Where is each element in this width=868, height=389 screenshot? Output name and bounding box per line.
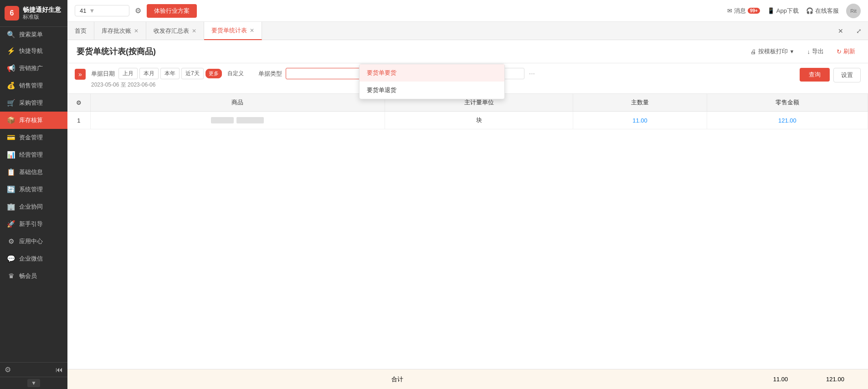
tab-close-icon[interactable]: ✕ <box>134 28 139 34</box>
message-icon: ✉ <box>727 7 732 14</box>
message-btn[interactable]: ✉ 消息 99+ <box>727 7 760 15</box>
date-last-month-btn[interactable]: 上月 <box>118 68 138 79</box>
tab-home[interactable]: 首页 <box>67 22 94 40</box>
filter-date-group: 单据日期 上月 本月 本年 近7天 更多 自定义 2023-05-06 至 20… <box>91 68 247 89</box>
window-control-btns: ✕ ⤢ <box>832 22 868 40</box>
search-icon: 🔍 <box>6 31 15 39</box>
date-custom-btn[interactable]: 自定义 <box>224 68 247 79</box>
type-dropdown: 要货单要货 要货单退货 <box>359 64 505 99</box>
filter-settings-btn[interactable]: 设置 <box>833 68 861 82</box>
app-download-btn[interactable]: 📱 App下载 <box>767 7 799 15</box>
tenant-selector[interactable]: 41 ▼ <box>75 5 129 16</box>
col-amount: 零售金额 <box>707 94 868 112</box>
topbar-actions: ✉ 消息 99+ 📱 App下载 🎧 在线客服 Rit <box>727 4 861 18</box>
dropdown-item-order-request[interactable]: 要货单要货 <box>360 64 504 82</box>
download-icon: 📱 <box>767 7 775 14</box>
content-area: 要货单统计表(按商品) 🖨 按模板打印 ▼ ↓ 导出 ↻ 刷新 <box>67 40 868 389</box>
sidebar-item-label: 新手引导 <box>19 220 43 228</box>
sidebar-toggle-btn[interactable]: ⏮ <box>56 366 63 374</box>
sidebar-item-label: 畅会员 <box>19 272 37 280</box>
app-logo-text: 畅捷通好生意 标准版 <box>23 5 61 21</box>
sidebar-item-app-center[interactable]: ⚙ 应用中心 <box>0 233 67 250</box>
sidebar-item-guide[interactable]: 🚀 新手引导 <box>0 215 67 233</box>
footer-quantity: 11.00 <box>773 376 788 383</box>
close-window-btn[interactable]: ✕ <box>832 22 850 40</box>
topbar: 41 ▼ ⚙ 体验行业方案 ✉ 消息 99+ 📱 App下载 🎧 在线客服 Ri… <box>67 0 868 22</box>
finance-icon: 💳 <box>6 133 15 142</box>
enterprise-icon: 🏢 <box>6 203 15 211</box>
filter-expand-btn[interactable]: » <box>75 69 86 80</box>
message-badge: 99+ <box>748 8 760 14</box>
sidebar-item-enterprise[interactable]: 🏢 企业协同 <box>0 198 67 215</box>
sidebar-item-label: 快捷导航 <box>19 47 43 55</box>
filter-more-icon[interactable]: ··· <box>529 70 535 78</box>
date-range-display: 2023-05-06 至 2023-06-06 <box>91 81 247 89</box>
export-icon: ↓ <box>807 48 811 55</box>
sidebar-scroll-down[interactable]: ▼ <box>27 379 40 387</box>
system-icon: 🔄 <box>6 185 15 194</box>
trial-btn[interactable]: 体验行业方案 <box>147 4 197 18</box>
table-wrap[interactable]: ⚙ 商品 主计量单位 主数量 零售金额 <box>67 94 868 369</box>
operations-icon: 📊 <box>6 151 15 159</box>
marketing-icon: 📢 <box>6 64 15 72</box>
service-icon: 🎧 <box>806 7 813 14</box>
sidebar-item-sales[interactable]: 💰 销售管理 <box>0 77 67 94</box>
sidebar-item-inventory[interactable]: 📦 库存核算 <box>0 112 67 129</box>
date-filter-label: 单据日期 <box>91 70 115 78</box>
cell-quantity: 11.00 <box>573 112 707 129</box>
date-this-month-btn[interactable]: 本月 <box>139 68 159 79</box>
query-btn[interactable]: 查询 <box>800 68 830 82</box>
expand-icon: » <box>78 71 82 78</box>
sidebar-item-quick-nav[interactable]: ⚡ 快捷导航 <box>0 42 67 60</box>
col-quantity: 主数量 <box>573 94 707 112</box>
sidebar-item-label: 企业微信 <box>19 255 43 263</box>
topbar-gear-icon[interactable]: ⚙ <box>135 6 141 15</box>
date-filter-row: 单据日期 上月 本月 本年 近7天 更多 自定义 <box>91 68 247 79</box>
sidebar-item-purchase[interactable]: 🛒 采购管理 <box>0 94 67 112</box>
tab-close-icon[interactable]: ✕ <box>192 28 196 34</box>
sidebar-item-marketing[interactable]: 📢 营销推广 <box>0 60 67 77</box>
date-last-7days-btn[interactable]: 近7天 <box>181 68 204 79</box>
cell-product <box>90 112 385 129</box>
content-body: ⚙ 商品 主计量单位 主数量 零售金额 <box>67 94 868 389</box>
sidebar-item-system[interactable]: 🔄 系统管理 <box>0 181 67 198</box>
chevron-down-icon: ▼ <box>89 7 95 14</box>
content-header-actions: 🖨 按模板打印 ▼ ↓ 导出 ↻ 刷新 <box>747 46 859 57</box>
dropdown-item-order-return[interactable]: 要货单退货 <box>360 82 504 99</box>
sidebar: 6 畅捷通好生意 标准版 🔍 搜索菜单 ⚡ 快捷导航 📢 营销推广 💰 销售管理… <box>0 0 67 389</box>
cell-index: 1 <box>67 112 90 129</box>
sidebar-settings-btn[interactable]: ⚙ <box>5 365 11 374</box>
sidebar-search-label: 搜索菜单 <box>19 31 43 39</box>
online-service-btn[interactable]: 🎧 在线客服 <box>806 7 839 15</box>
refresh-btn[interactable]: ↻ 刷新 <box>833 46 859 57</box>
tabs-bar: 首页 库存批次账 ✕ 收发存汇总表 ✕ 要货单统计表 ✕ ✕ ⤢ <box>67 22 868 40</box>
print-btn[interactable]: 🖨 按模板打印 ▼ <box>747 46 798 57</box>
tab-inventory-batch[interactable]: 库存批次账 ✕ <box>94 22 146 40</box>
sidebar-item-search[interactable]: 🔍 搜索菜单 <box>0 27 67 42</box>
col-product: 商品 <box>90 94 385 112</box>
cell-unit: 块 <box>385 112 573 129</box>
print-icon: 🖨 <box>750 48 756 55</box>
date-this-year-btn[interactable]: 本年 <box>160 68 180 79</box>
tab-close-icon[interactable]: ✕ <box>250 27 254 34</box>
maximize-window-btn[interactable]: ⤢ <box>850 22 868 40</box>
col-settings[interactable]: ⚙ <box>67 94 90 112</box>
sidebar-item-operations[interactable]: 📊 经营管理 <box>0 146 67 164</box>
sidebar-item-member[interactable]: ♛ 畅会员 <box>0 267 67 285</box>
sidebar-item-finance[interactable]: 💳 资金管理 <box>0 129 67 146</box>
tab-receivable-summary[interactable]: 收发存汇总表 ✕ <box>146 22 204 40</box>
sidebar-item-label: 应用中心 <box>19 237 43 246</box>
sidebar-item-basic-info[interactable]: 📋 基础信息 <box>0 164 67 181</box>
footer-label: 合计 <box>391 376 403 383</box>
user-avatar[interactable]: Rit <box>846 4 861 18</box>
date-more-btn[interactable]: 更多 <box>205 69 222 78</box>
sidebar-item-label: 库存核算 <box>19 116 43 124</box>
tab-order-summary[interactable]: 要货单统计表 ✕ <box>204 22 262 40</box>
sidebar-item-wechat[interactable]: 💬 企业微信 <box>0 250 67 267</box>
tenant-name: 41 <box>80 7 86 14</box>
content-header: 要货单统计表(按商品) 🖨 按模板打印 ▼ ↓ 导出 ↻ 刷新 <box>67 40 868 63</box>
date-quick-btns: 上月 本月 本年 近7天 更多 自定义 <box>118 68 247 79</box>
sidebar-item-label: 基础信息 <box>19 168 43 176</box>
sidebar-item-label: 销售管理 <box>19 82 43 90</box>
export-btn[interactable]: ↓ 导出 <box>804 46 828 57</box>
